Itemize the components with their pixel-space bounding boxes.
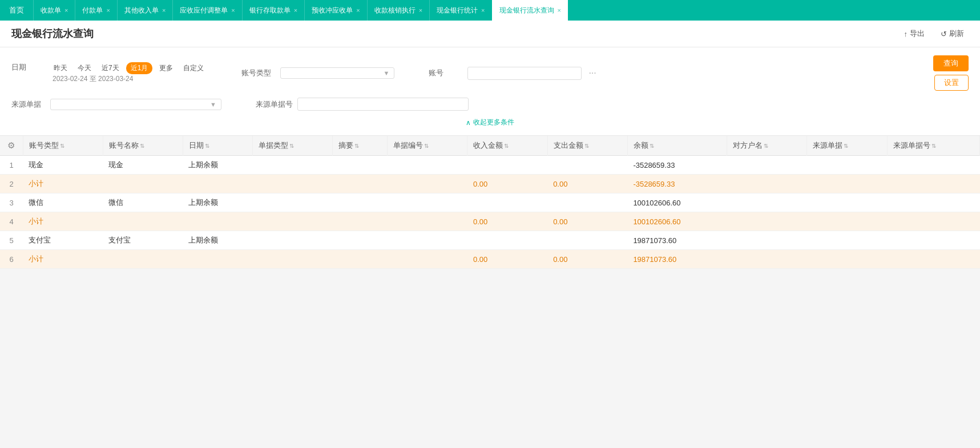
nav-home[interactable]: 首页 — [0, 0, 33, 21]
refresh-icon: ↺ — [941, 30, 947, 38]
col-source-doc-no[interactable]: 来源单据号⇅ — [887, 136, 979, 156]
sort-icon: ⇅ — [424, 143, 429, 149]
source-doc-no-input[interactable] — [297, 98, 469, 111]
account-input[interactable] — [467, 67, 582, 80]
date-range-display: 2023-02-24 至 2023-03-24 — [53, 74, 207, 84]
close-icon[interactable]: × — [294, 7, 297, 14]
sort-icon: ⇅ — [354, 143, 359, 149]
account-label: 账号 — [429, 68, 463, 78]
sort-icon: ⇅ — [504, 143, 509, 149]
nav-tab-payment[interactable]: 付款单 × — [75, 0, 116, 21]
date-btn-1month[interactable]: 近1月 — [126, 62, 153, 74]
col-doc-no[interactable]: 单据编号⇅ — [388, 136, 467, 156]
sort-icon: ⇅ — [844, 143, 848, 149]
export-icon: ↑ — [904, 30, 908, 38]
table-row: 3微信微信上期余额100102606.60 — [0, 193, 980, 212]
chevron-down-icon: ▼ — [210, 101, 216, 108]
source-doc-label: 来源单据 — [11, 99, 46, 110]
date-btn-today[interactable]: 今天 — [74, 62, 95, 74]
sort-icon: ⇅ — [60, 143, 64, 149]
date-btn-custom[interactable]: 自定义 — [180, 62, 207, 74]
page-title: 现金银行流水查询 — [11, 27, 94, 41]
table-row: 1现金现金上期余额-3528659.33 — [0, 156, 980, 175]
account-type-select[interactable]: ▼ — [280, 67, 394, 79]
sort-icon: ⇅ — [289, 143, 294, 149]
settings-button[interactable]: 设置 — [934, 75, 969, 91]
nav-tab-statistics[interactable]: 现金银行统计 × — [429, 0, 491, 21]
table-container: ⚙ 账号类型⇅ 账号名称⇅ 日期⇅ 单据类型⇅ 摘要⇅ 单据编号 — [0, 136, 980, 269]
col-expense[interactable]: 支出金额⇅ — [547, 136, 627, 156]
nav-tab-adjustment[interactable]: 应收应付调整单 × — [172, 0, 241, 21]
col-doc-type[interactable]: 单据类型⇅ — [252, 136, 332, 156]
sort-icon: ⇅ — [584, 143, 589, 149]
collapse-button[interactable]: ∧ 收起更多条件 — [11, 118, 969, 127]
nav-tab-other-income[interactable]: 其他收入单 × — [117, 0, 172, 21]
date-btn-yesterday[interactable]: 昨天 — [50, 62, 71, 74]
sort-icon: ⇅ — [650, 143, 654, 149]
filter-row-1: 日期 昨天 今天 近7天 近1月 更多 自定义 2023-02-24 至 202… — [11, 55, 969, 91]
col-account-type[interactable]: 账号类型⇅ — [23, 136, 103, 156]
filter-row-2: 来源单据 ▼ 来源单据号 — [11, 98, 969, 111]
nav-tab-verification[interactable]: 收款核销执行 × — [367, 0, 429, 21]
sort-icon: ⇅ — [764, 143, 768, 149]
close-icon[interactable]: × — [356, 7, 360, 14]
close-icon[interactable]: × — [419, 7, 422, 14]
col-summary[interactable]: 摘要⇅ — [332, 136, 387, 156]
close-icon[interactable]: × — [64, 7, 68, 14]
source-doc-select[interactable]: ▼ — [50, 99, 221, 110]
table-header-row: ⚙ 账号类型⇅ 账号名称⇅ 日期⇅ 单据类型⇅ 摘要⇅ 单据编号 — [0, 136, 980, 156]
more-options-icon[interactable]: ··· — [588, 68, 596, 78]
col-income[interactable]: 收入金额⇅ — [467, 136, 547, 156]
close-icon[interactable]: × — [558, 7, 561, 14]
sort-icon: ⇅ — [140, 143, 144, 149]
col-date[interactable]: 日期⇅ — [183, 136, 252, 156]
page-header: 现金银行流水查询 ↑ 导出 ↺ 刷新 — [0, 21, 980, 47]
close-icon[interactable]: × — [106, 7, 110, 14]
refresh-button[interactable]: ↺ 刷新 — [936, 26, 969, 41]
source-doc-no-label: 来源单据号 — [256, 99, 293, 110]
sort-icon: ⇅ — [205, 143, 209, 149]
col-source-doc[interactable]: 来源单据⇅ — [807, 136, 887, 156]
chevron-up-icon: ∧ — [466, 119, 471, 127]
nav-tab-cashflow[interactable]: 现金银行流水查询 × — [492, 0, 568, 21]
cashflow-table: ⚙ 账号类型⇅ 账号名称⇅ 日期⇅ 单据类型⇅ 摘要⇅ 单据编号 — [0, 136, 980, 269]
date-btn-more[interactable]: 更多 — [156, 62, 176, 74]
account-type-label: 账号类型 — [241, 68, 276, 78]
chevron-down-icon: ▼ — [383, 70, 389, 76]
header-actions: ↑ 导出 ↺ 刷新 — [900, 26, 969, 41]
date-btn-7days[interactable]: 近7天 — [98, 62, 123, 74]
close-icon[interactable]: × — [481, 7, 485, 14]
close-icon[interactable]: × — [231, 7, 235, 14]
table-row: 4小计0.000.00100102606.60 — [0, 212, 980, 231]
nav-tab-prepay-offset[interactable]: 预收冲应收单 × — [304, 0, 366, 21]
filter-actions: 查询 设置 — [933, 55, 969, 91]
nav-tab-bank-deposit[interactable]: 银行存取款单 × — [242, 0, 304, 21]
close-icon[interactable]: × — [162, 7, 166, 14]
query-button[interactable]: 查询 — [933, 55, 969, 71]
col-balance[interactable]: 余额⇅ — [627, 136, 727, 156]
col-account-name[interactable]: 账号名称⇅ — [103, 136, 183, 156]
date-options: 昨天 今天 近7天 近1月 更多 自定义 — [50, 62, 207, 74]
table-row: 5支付宝支付宝上期余额19871073.60 — [0, 231, 980, 250]
sort-icon: ⇅ — [931, 143, 936, 149]
nav-tab-receipt[interactable]: 收款单 × — [33, 0, 75, 21]
export-button[interactable]: ↑ 导出 — [900, 26, 930, 41]
col-counter-party[interactable]: 对方户名⇅ — [727, 136, 807, 156]
filter-area: 日期 昨天 今天 近7天 近1月 更多 自定义 2023-02-24 至 202… — [0, 47, 980, 136]
table-row: 2小计0.000.00-3528659.33 — [0, 175, 980, 193]
col-settings[interactable]: ⚙ — [0, 136, 23, 156]
top-navigation: 首页 收款单 × 付款单 × 其他收入单 × 应收应付调整单 × 银行存取款单 … — [0, 0, 980, 21]
gear-icon[interactable]: ⚙ — [7, 140, 15, 150]
table-row: 6小计0.000.0019871073.60 — [0, 250, 980, 269]
date-filter-label: 日期 — [11, 62, 46, 72]
